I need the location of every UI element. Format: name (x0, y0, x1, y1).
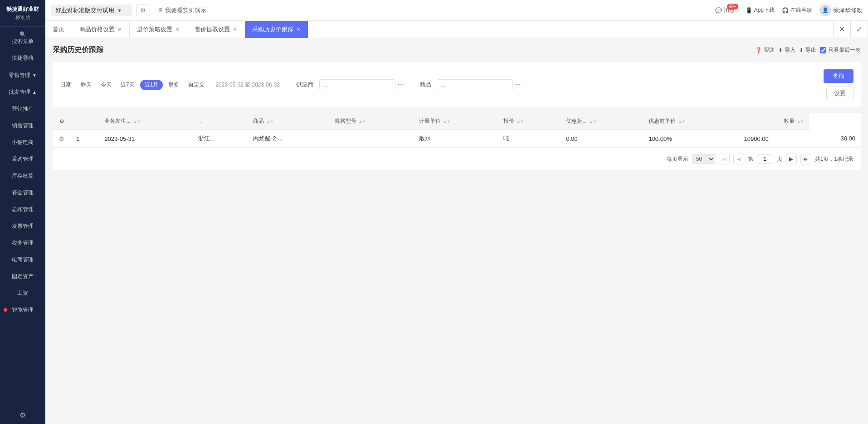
close-icon[interactable]: ✕ (233, 27, 237, 32)
tab-history-price[interactable]: 采购历史价跟踪 ✕ (245, 21, 308, 38)
search-icon: 🔍 (20, 31, 26, 38)
more-date-btn[interactable]: 更多 (165, 80, 183, 90)
tax-label: 税务管理 (12, 239, 34, 247)
question-icon: ❓ (755, 47, 762, 53)
sidebar-item-sales[interactable]: 销售管理 (0, 117, 45, 134)
th-quantity[interactable]: 数量 ▲▼ (739, 113, 809, 130)
topbar-settings-button[interactable]: ⚙ (136, 5, 150, 16)
goods-input[interactable] (437, 79, 513, 90)
sidebar-item-invoice[interactable]: 发票管理 (0, 218, 45, 235)
next-page-button[interactable]: ▶ (786, 154, 797, 164)
chevron-up-icon: ▲ (32, 90, 37, 95)
sidebar-item-inventory[interactable]: 库存核算 (0, 168, 45, 184)
sidebar-item-salary[interactable]: 工资 (0, 285, 45, 302)
sidebar-gear-button[interactable]: ⚙ (20, 411, 26, 419)
app-logo: 畅捷通好业财 标准版 (0, 0, 45, 27)
sidebar-item-purchase[interactable]: 采购管理 (0, 151, 45, 168)
sidebar-item-wholesale[interactable]: 批发管理 ▲ (0, 84, 45, 101)
th-goods-label: 商品 (253, 118, 264, 124)
th-spec[interactable]: 规格型号 ▲▼ (329, 113, 414, 130)
tab-home[interactable]: 首页 (45, 21, 72, 38)
import-link[interactable]: ⬆ 导入 (778, 46, 795, 54)
online-service-label: 在线客服 (790, 6, 812, 14)
online-service-button[interactable]: 🎧 在线客服 (782, 6, 812, 14)
ecom-label: 电商管理 (12, 256, 34, 264)
last7days-btn[interactable]: 近7天 (117, 80, 138, 90)
th-pre-discount-price[interactable]: 优惠前单价 ▲▼ (643, 113, 738, 130)
user-icon: 👤 (822, 7, 829, 13)
demo-link[interactable]: 🖥 我要看实例演示 (157, 6, 206, 14)
custom-date-btn[interactable]: 自定义 (185, 80, 208, 90)
import-label: 导入 (785, 46, 795, 54)
app-download-button[interactable]: 📱 App下载 (746, 6, 775, 14)
sort-arrows-unit: ▲▼ (443, 120, 450, 124)
message-button[interactable]: 💬 消息 99+ (715, 6, 735, 14)
sidebar-item-tax[interactable]: 税务管理 (0, 235, 45, 251)
first-page-button[interactable]: ⏮ (719, 154, 730, 164)
th-num (71, 113, 99, 130)
sidebar-search-section: 🔍 搜索菜单 快捷导航 (0, 27, 45, 67)
export-icon: ⬇ (799, 47, 804, 53)
ecom-small-label: 小畅电商 (12, 139, 34, 146)
sidebar-item-fixed-assets[interactable]: 固定资产 (0, 268, 45, 285)
last1month-btn[interactable]: 近1月 (140, 80, 163, 90)
inventory-label: 库存核算 (12, 172, 34, 180)
page-number-input[interactable] (757, 154, 773, 164)
filter-settings-button[interactable]: 设置 (826, 87, 853, 100)
sidebar-item-search[interactable]: 🔍 搜索菜单 (0, 27, 45, 50)
th-date[interactable]: 业务发生... ▲▼ (99, 113, 192, 130)
app-name: 畅捷通好业财 (6, 5, 39, 13)
user-menu-button[interactable]: 👤 徐泽华修改 (819, 5, 863, 16)
sidebar-item-ecom[interactable]: 电商管理 (0, 251, 45, 268)
last-only-checkbox-label[interactable]: 只看最后一次 (820, 46, 861, 54)
sidebar-bottom: ⚙ (0, 406, 45, 424)
app-download-label: App下载 (754, 6, 775, 14)
sidebar-item-general-ledger[interactable]: 总账管理 (0, 201, 45, 218)
query-button[interactable]: 查询 (824, 69, 853, 83)
last-only-checkbox[interactable] (820, 47, 826, 53)
export-link[interactable]: ⬇ 导出 (799, 46, 816, 54)
sidebar-item-smart[interactable]: 智能管理 (0, 302, 45, 318)
th-gear: ⚙ (53, 113, 71, 130)
close-tab-button[interactable]: ✕ (834, 21, 851, 38)
today-btn[interactable]: 今天 (97, 80, 115, 90)
th-price[interactable]: 报价 ▲▼ (498, 113, 561, 130)
th-discount[interactable]: 优惠折... ▲▼ (561, 113, 643, 130)
product-selector[interactable]: 好业财标准版交付试用 ▼ (51, 5, 132, 16)
th-unit[interactable]: 计量单位 ▲▼ (414, 113, 498, 130)
sort-arrows-spec: ▲▼ (359, 120, 366, 124)
close-icon[interactable]: ✕ (117, 27, 122, 32)
tab-strategy[interactable]: 进价策略设置 ✕ (130, 21, 187, 38)
goods-more-icon[interactable]: ··· (515, 81, 521, 89)
prev-page-button[interactable]: ◀ (733, 154, 744, 164)
close-icon[interactable]: ✕ (296, 27, 301, 32)
message-badge: 99+ (727, 4, 738, 10)
row-gear[interactable]: ⚙ (53, 130, 71, 148)
sidebar-item-finance[interactable]: 资金管理 (0, 184, 45, 201)
close-icon[interactable]: ✕ (175, 27, 180, 32)
supplier-input[interactable] (319, 79, 395, 90)
sidebar-item-ecom-small[interactable]: 小畅电商 (0, 134, 45, 151)
table-header-row: ⚙ 业务发生... ▲▼ ... 商品 ▲▼ (53, 113, 861, 130)
maximize-button[interactable]: ⤢ (851, 21, 868, 38)
user-name: 徐泽华修改 (833, 6, 863, 14)
sidebar-item-quick-nav[interactable]: 快捷导航 (0, 50, 45, 67)
last-page-button[interactable]: ⏭ (800, 154, 811, 164)
supplier-field: ··· (319, 79, 403, 90)
data-table: ⚙ 业务发生... ▲▼ ... 商品 ▲▼ (53, 113, 861, 148)
yesterday-btn[interactable]: 昨天 (77, 80, 95, 90)
monitor-icon: 🖥 (157, 7, 163, 14)
page-size-select[interactable]: 50 10 20 100 (692, 154, 715, 164)
gear-icon[interactable]: ⚙ (59, 135, 64, 142)
help-link[interactable]: ❓ 帮助 (755, 46, 775, 54)
tab-price[interactable]: 商品价格设置 ✕ (72, 21, 130, 38)
sidebar-item-marketing[interactable]: 营销推广 (0, 101, 45, 117)
date-buttons: 昨天 今天 近7天 近1月 更多 自定义 (77, 80, 208, 90)
page-header: 采购历史价跟踪 ❓ 帮助 ⬆ 导入 ⬇ 导出 只看最后一次 (53, 45, 861, 55)
sort-arrows-discount: ▲▼ (590, 120, 597, 124)
supplier-more-icon[interactable]: ··· (397, 81, 403, 89)
tab-sale-price[interactable]: 售价提取设置 ✕ (187, 21, 245, 38)
th-goods[interactable]: 商品 ▲▼ (248, 113, 329, 130)
sidebar-item-retail[interactable]: 零售管理 ▼ (0, 67, 45, 84)
settings-icon[interactable]: ⚙ (59, 118, 64, 125)
